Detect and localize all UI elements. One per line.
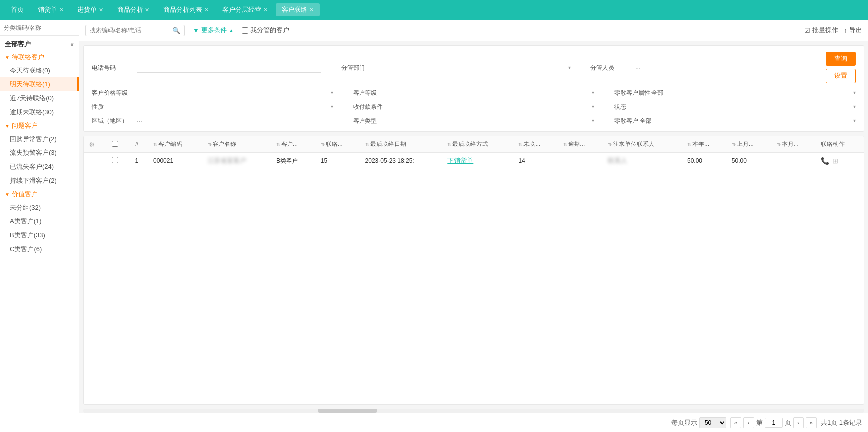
more-filter-button[interactable]: ▼ 更多条件 ▲ [189, 24, 238, 37]
nav-customer-tier[interactable]: 客户分层经营 ✕ [217, 3, 274, 16]
th-last-month[interactable]: 上月... [727, 136, 772, 153]
filter-person-label: 分管人员 [590, 64, 635, 72]
last-contact-link[interactable]: 下销货单 [447, 157, 473, 164]
th-this-year[interactable]: 本年... [682, 136, 727, 153]
close-icon[interactable]: ✕ [263, 7, 268, 13]
filter-payment: 收付款条件 ▾ [353, 102, 594, 111]
sidebar-item-tomorrow-contact[interactable]: 明天待联络(1) [0, 77, 79, 91]
toolbar: 🔍 ▼ 更多条件 ▲ 我分管的客户 ☑ 批量操作 ↑ 导出 [79, 20, 868, 41]
my-customers-checkbox-label[interactable]: 我分管的客户 [242, 26, 289, 35]
search-input[interactable] [90, 27, 169, 34]
sidebar-item-class-b[interactable]: B类客户(33) [0, 228, 79, 242]
th-company-contact[interactable]: 往来单位联系人 [603, 136, 682, 153]
td-last-month: 50.00 [727, 153, 772, 169]
th-this-month[interactable]: 本月... [772, 136, 816, 153]
table-row: 1 000021 江苏省某客户 B类客户 15 2023-05-23 18:25… [84, 153, 864, 169]
row-checkbox[interactable] [112, 157, 118, 163]
next-page-button[interactable]: › [793, 417, 804, 428]
filter-nature-select[interactable]: ▾ [137, 102, 333, 111]
filter-phone-input[interactable] [137, 63, 321, 73]
nav-product-analysis-list[interactable]: 商品分析列表 ✕ [157, 3, 215, 16]
sidebar-item-repurchase-abnormal[interactable]: 回购异常客户(2) [0, 132, 79, 146]
filter-row-3: 性质 ▾ 收付款条件 ▾ 状态 ▾ [92, 102, 856, 111]
filter-region-label: 区域（地区） [92, 117, 137, 125]
th-overdue[interactable]: 逾期... [558, 136, 603, 153]
td-name: 江苏省某客户 [203, 153, 271, 169]
horizontal-scrollbar[interactable] [83, 409, 864, 413]
th-action: 联络动作 [816, 136, 864, 153]
nav-customer-contact[interactable]: 客户联络 ✕ [276, 3, 320, 16]
set-button[interactable]: 设置 [826, 69, 856, 83]
sidebar-item-today-contact[interactable]: 今天待联络(0) [0, 64, 79, 77]
sidebar-group-pending[interactable]: 待联络客户 [0, 51, 79, 64]
sidebar-item-churned[interactable]: 已流失客户(24) [0, 160, 79, 174]
export-button[interactable]: ↑ 导出 [844, 26, 863, 35]
nav-sales-order[interactable]: 销货单 ✕ [32, 3, 70, 16]
filter-customer-level-select[interactable]: ▾ [398, 88, 594, 97]
sidebar-group-problem[interactable]: 问题客户 [0, 119, 79, 132]
query-button[interactable]: 查询 [826, 52, 856, 66]
export-label: 导出 [849, 26, 862, 35]
bulk-operation-button[interactable]: ☑ 批量操作 [804, 26, 838, 35]
td-uncontacted: 14 [513, 153, 558, 169]
grid-icon[interactable]: ⊞ [832, 157, 838, 165]
filter-customer-level-label: 客户等级 [353, 89, 398, 97]
prev-page-button[interactable]: ‹ [743, 417, 754, 428]
td-last-contact-date: 2023-05-23 18:25: [361, 153, 443, 169]
sidebar-item-ungroup[interactable]: 未分组(32) [0, 201, 79, 215]
td-checkbox[interactable] [107, 153, 130, 169]
scroll-thumb[interactable] [318, 409, 377, 413]
sidebar-item-class-c[interactable]: C类客户(6) [0, 242, 79, 256]
filter-status-label: 状态 [614, 103, 659, 111]
last-page-button[interactable]: » [806, 417, 817, 428]
th-checkbox[interactable] [107, 136, 130, 153]
search-icon[interactable]: 🔍 [172, 27, 180, 34]
close-icon[interactable]: ✕ [309, 7, 314, 13]
th-uncontacted[interactable]: 未联... [513, 136, 558, 153]
filter-phone-label: 电话号码 [92, 64, 137, 72]
close-icon[interactable]: ✕ [204, 7, 209, 13]
filter-price-select[interactable]: ▾ [137, 88, 333, 97]
sidebar-item-overdue-contact[interactable]: 逾期未联络(30) [0, 105, 79, 119]
sidebar-item-7day-contact[interactable]: 近7天待联络(0) [0, 91, 79, 105]
filter-status-select[interactable]: ▾ [659, 102, 856, 111]
filter-row-1: 电话号码 分管部门 ▾ 分管人员 ··· 查询 [92, 52, 856, 83]
select-all-checkbox[interactable] [112, 141, 118, 147]
filter-retail-all-select[interactable]: ▾ [659, 116, 856, 125]
close-icon[interactable]: ✕ [99, 7, 103, 13]
phone-icon[interactable]: 📞 [821, 157, 829, 165]
sidebar-item-class-a[interactable]: A类客户(1) [0, 215, 79, 228]
nav-purchase-order[interactable]: 进货单 ✕ [72, 3, 109, 16]
sidebar-item-declining[interactable]: 持续下滑客户(2) [0, 174, 79, 188]
nav-product-analysis[interactable]: 商品分析 ✕ [111, 3, 155, 16]
th-last-contact-date[interactable]: 最后联络日期 [361, 136, 443, 153]
all-customers-header[interactable]: 全部客户 « [0, 36, 79, 51]
th-gear[interactable]: ⚙ [84, 136, 107, 153]
filter-retail-attr-select[interactable]: ▾ [659, 88, 856, 97]
th-last-contact-method[interactable]: 最后联络方式 [442, 136, 513, 153]
td-gear [84, 153, 107, 169]
th-type[interactable]: 客户... [271, 136, 316, 153]
sidebar-item-churn-warning[interactable]: 流失预警客户(3) [0, 146, 79, 160]
nav-home[interactable]: 首页 [5, 3, 30, 16]
nav-label: 进货单 [77, 5, 97, 14]
category-search-input[interactable] [4, 24, 78, 31]
filter-customer-type-select[interactable]: ▾ [398, 116, 594, 125]
td-last-contact-method[interactable]: 下销货单 [442, 153, 513, 169]
filter-dept-select[interactable]: ▾ [386, 63, 571, 72]
close-icon[interactable]: ✕ [145, 7, 149, 13]
close-icon[interactable]: ✕ [59, 7, 64, 13]
page-size-select[interactable]: 50 10 20 100 [699, 417, 726, 428]
filter-payment-select[interactable]: ▾ [398, 102, 594, 111]
th-name[interactable]: 客户名称 [203, 136, 271, 153]
collapse-icon[interactable]: « [70, 40, 74, 48]
first-page-button[interactable]: « [730, 417, 741, 428]
th-code[interactable]: 客户编码 [148, 136, 203, 153]
sidebar-group-value[interactable]: 价值客户 [0, 188, 79, 201]
th-contact[interactable]: 联络... [316, 136, 361, 153]
page-number-input[interactable] [765, 418, 783, 428]
filter-region-dots[interactable]: ··· [137, 117, 142, 125]
filter-nature: 性质 ▾ [92, 102, 333, 111]
my-customers-checkbox[interactable] [242, 27, 248, 34]
filter-person-dots[interactable]: ··· [635, 64, 641, 72]
